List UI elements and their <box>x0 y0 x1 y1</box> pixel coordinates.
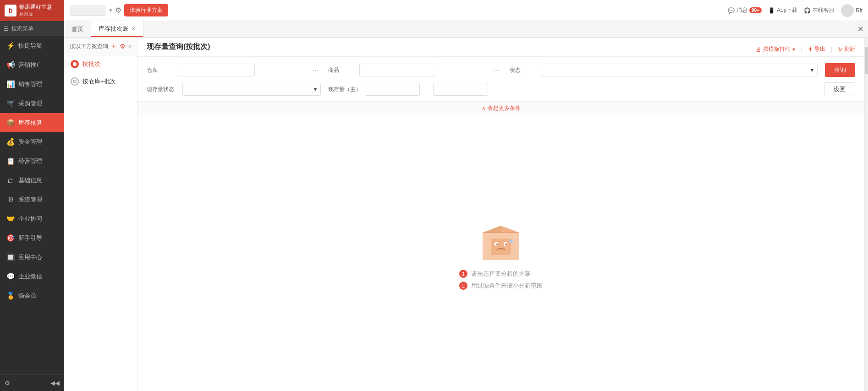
inventory-qty-min-input[interactable] <box>365 83 420 96</box>
sidebar-collapse-icon[interactable]: ◀◀ <box>50 380 60 386</box>
sidebar-item-label: 企业微信 <box>18 272 42 281</box>
product-filter: 商品 ··· <box>328 64 502 76</box>
add-scheme-btn[interactable]: ＋ <box>110 42 117 50</box>
sidebar-item-beginner[interactable]: 🎯 新手引导 <box>0 228 64 248</box>
sidebar-item-label: 新手引导 <box>18 234 42 242</box>
filter-area: 仓库 ··· 商品 ··· <box>137 57 864 101</box>
inventory-qty-max-input[interactable] <box>433 83 488 96</box>
sidebar-item-label: 资金管理 <box>18 138 42 146</box>
inv-status-dropdown-icon: ▾ <box>314 86 317 92</box>
collapse-more-btn[interactable]: ∧ 收起更多条件 <box>137 101 864 115</box>
tab-close-icon[interactable]: ✕ <box>131 26 136 32</box>
sidebar-item-system[interactable]: ⚙ 系统管理 <box>0 190 64 209</box>
query-btn-area: 查询 <box>825 63 855 77</box>
sidebar-item-label: 应用中心 <box>18 253 42 261</box>
sidebar-nav: ⚡ 快捷导航 📢 营销推广 📊 销售管理 🛒 采购管理 📦 库存核算 💰 资金管… <box>0 36 64 375</box>
print-icon: 🖨 <box>756 46 761 53</box>
filter-row-2: 现存量状态 ▾ 现存量（主） — <box>147 82 855 96</box>
empty-svg-illustration <box>473 217 528 262</box>
warehouse-dots-icon[interactable]: ··· <box>313 66 318 74</box>
breadcrumb-input[interactable] <box>70 5 106 16</box>
user-avatar-area[interactable]: Rit <box>841 4 863 17</box>
inventory-icon: 📦 <box>6 119 15 127</box>
tab-panel-close-icon[interactable]: ✕ <box>853 25 868 33</box>
sidebar-item-label: 营销推广 <box>18 61 42 69</box>
trial-btn[interactable]: 体验行业方案 <box>124 4 168 16</box>
scheme-settings-btn[interactable]: ⚙ <box>120 43 126 50</box>
product-input[interactable] <box>359 64 436 76</box>
messages-btn[interactable]: 💬 消息 99+ <box>728 6 762 14</box>
tab-home-label: 首页 <box>71 25 83 33</box>
empty-hints: 1 请先选择要分析的方案 2 用过滤条件来缩小分析范围 <box>459 270 543 290</box>
sidebar-item-app-center[interactable]: 🔲 应用中心 <box>0 248 64 267</box>
right-scrollbar[interactable] <box>864 38 868 391</box>
inventory-status-select[interactable]: ▾ <box>182 83 321 96</box>
dropdown-icon[interactable]: ▾ <box>109 7 112 14</box>
scheme-item-icon-2 <box>71 77 79 86</box>
online-service-btn[interactable]: 🎧 在线客服 <box>804 6 835 14</box>
enterprise-icon: 🤝 <box>6 215 15 223</box>
tab-home[interactable]: 首页 <box>64 21 91 37</box>
scheme-header-actions: ＋ ⚙ « <box>110 42 132 50</box>
sidebar-item-enterprise[interactable]: 🤝 企业协同 <box>0 209 64 228</box>
scheme-item-by-warehouse[interactable]: 按仓库+批次 <box>64 73 137 90</box>
query-button[interactable]: 查询 <box>825 63 855 77</box>
query-toolbar-actions: 🖨 按模板打印 ▾ | ⬆ 导出 | ↻ 刷新 <box>756 45 855 53</box>
refresh-icon: ↻ <box>838 46 842 53</box>
status-label: 状态 <box>510 66 537 74</box>
export-btn[interactable]: ⬆ 导出 <box>808 45 825 53</box>
settings-button[interactable]: 设置 <box>824 82 855 96</box>
hint-num-1: 1 <box>459 270 467 278</box>
svg-rect-4 <box>491 239 511 255</box>
collapse-icon: ∧ <box>482 105 486 112</box>
app-version: 标准版 <box>19 11 52 17</box>
tabbar: 首页 库存批次账 ✕ ✕ <box>64 21 868 38</box>
sidebar-item-operations[interactable]: 📋 经营管理 <box>0 152 64 171</box>
warehouse-filter: 仓库 ··· <box>147 64 321 76</box>
status-select[interactable]: ▾ <box>541 64 818 76</box>
collapse-scheme-btn[interactable]: « <box>128 43 132 49</box>
print-btn[interactable]: 🖨 按模板打印 ▾ <box>756 45 795 53</box>
collapse-label: 收起更多条件 <box>488 104 521 112</box>
scheme-item-label-2: 按仓库+批次 <box>82 77 116 86</box>
sidebar-item-marketing[interactable]: 📢 营销推广 <box>0 55 64 75</box>
wechat-icon: 💬 <box>6 272 15 281</box>
sidebar-item-label: 基础信息 <box>18 176 42 185</box>
member-icon: 🏅 <box>6 292 15 300</box>
sidebar-item-label: 快捷导航 <box>18 42 42 50</box>
headset-icon: 🎧 <box>804 7 811 14</box>
sidebar-item-member[interactable]: 🏅 畅会员 <box>0 286 64 305</box>
topbar-settings-icon[interactable]: ⚙ <box>115 6 121 15</box>
scheme-item-icon <box>71 60 79 68</box>
sidebar-item-wechat[interactable]: 💬 企业微信 <box>0 267 64 286</box>
app-download-btn[interactable]: 📱 App下载 <box>768 6 797 14</box>
sidebar-settings-icon[interactable]: ⚙ <box>5 380 10 386</box>
inventory-qty-filter: 现存量（主） — <box>328 83 502 96</box>
sidebar-item-basic-info[interactable]: 🗂 基础信息 <box>0 171 64 190</box>
username-label: Rit <box>856 7 863 14</box>
topbar: ▾ ⚙ 体验行业方案 💬 消息 99+ 📱 App下载 🎧 在线客服 Rit <box>64 0 868 21</box>
topbar-left: ▾ ⚙ 体验行业方案 <box>70 4 724 16</box>
inventory-qty-label: 现存量（主） <box>328 86 361 93</box>
sidebar-item-inventory[interactable]: 📦 库存核算 <box>0 113 64 132</box>
warehouse-input[interactable] <box>178 64 255 76</box>
sidebar: b 畅康通好生意 标准版 ☰ 搜索菜单 ⚡ 快捷导航 📢 营销推广 📊 销售管理… <box>0 0 64 391</box>
sidebar-footer: ⚙ ◀◀ <box>0 375 64 391</box>
finance-icon: 💰 <box>6 138 15 146</box>
sales-icon: 📊 <box>6 80 15 88</box>
page-title: 现存量查询(按批次) <box>147 42 210 52</box>
topbar-right: 💬 消息 99+ 📱 App下载 🎧 在线客服 Rit <box>728 4 863 17</box>
sidebar-item-search-menu[interactable]: ☰ 搜索菜单 <box>0 21 64 36</box>
main-area: ▾ ⚙ 体验行业方案 💬 消息 99+ 📱 App下载 🎧 在线客服 Rit <box>64 0 868 391</box>
sidebar-item-finance[interactable]: 💰 资金管理 <box>0 132 64 152</box>
scheme-item-by-batch[interactable]: 按批次 <box>64 55 137 73</box>
filter-row-1: 仓库 ··· 商品 ··· <box>147 63 855 77</box>
product-dots-icon[interactable]: ··· <box>494 66 500 74</box>
sidebar-item-sales[interactable]: 📊 销售管理 <box>0 75 64 94</box>
refresh-btn[interactable]: ↻ 刷新 <box>838 45 855 53</box>
sidebar-item-quick-nav[interactable]: ⚡ 快捷导航 <box>0 36 64 55</box>
basic-info-icon: 🗂 <box>6 177 15 185</box>
tab-inventory-batch[interactable]: 库存批次账 ✕ <box>91 21 143 37</box>
sidebar-item-purchase[interactable]: 🛒 采购管理 <box>0 94 64 113</box>
print-dropdown-icon[interactable]: ▾ <box>792 46 795 53</box>
